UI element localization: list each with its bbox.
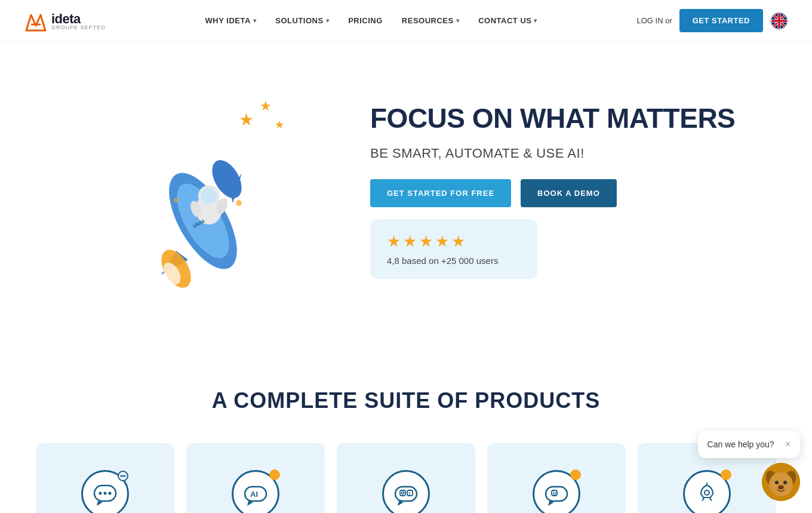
get-started-button[interactable]: GET STARTED (679, 9, 763, 32)
chevron-down-icon: ▾ (456, 17, 460, 24)
chatbot-icon: AI (232, 470, 279, 513)
svg-point-26 (99, 492, 102, 495)
hero-subtitle: BE SMART, AUTOMATE & USE AI! (370, 146, 585, 161)
svg-point-36 (402, 492, 404, 494)
logo[interactable]: ideta GROUPE SEPTEO (24, 9, 106, 33)
star-2: ★ (403, 232, 417, 251)
svg-text:in: in (553, 490, 558, 496)
svg-point-50 (778, 486, 784, 490)
product-card-community[interactable]: f AI Community Manager (337, 443, 475, 513)
svg-point-27 (104, 492, 107, 495)
products-grid: Livechat Start interacting with AI AI Ch… (36, 443, 776, 513)
nav-why-ideta[interactable]: WHY IDETA ▾ (205, 16, 257, 25)
livechat-icon-wrap (78, 467, 132, 513)
linkedin-icon: in (533, 470, 580, 513)
hero-buttons: GET STARTED FOR FREE BOOK A DEMO (370, 179, 617, 207)
livechat-badge (118, 471, 128, 481)
nav-pricing[interactable]: PRICING (348, 16, 383, 25)
svg-point-19 (201, 188, 217, 204)
star-1: ★ (387, 232, 401, 251)
close-icon[interactable]: × (785, 439, 791, 450)
navbar-right: LOG IN or GET STARTED (636, 9, 788, 32)
svg-point-37 (405, 490, 406, 492)
hero-section: ★ ★ ★ ideta (0, 42, 812, 352)
svg-point-49 (783, 481, 787, 484)
svg-text:AI: AI (250, 490, 258, 499)
svg-rect-6 (771, 20, 787, 21)
chevron-down-icon: ▾ (534, 17, 537, 24)
svg-point-30 (122, 475, 124, 477)
svg-text:★: ★ (239, 110, 254, 129)
rating-text: 4,8 based on +25 000 users (387, 256, 521, 266)
star-5: ★ (451, 232, 465, 251)
chat-widget: Can we help you? × (698, 431, 800, 501)
svg-marker-0 (26, 15, 45, 30)
product-card-linkedin[interactable]: in AI Assistant for Linkedin (487, 443, 626, 513)
nav-resources[interactable]: RESOURCES ▾ (402, 16, 459, 25)
svg-point-23 (236, 200, 242, 206)
chevron-down-icon: ▾ (253, 17, 257, 24)
svg-point-47 (769, 472, 793, 496)
svg-point-31 (124, 475, 126, 477)
hero-illustration-area: ★ ★ ★ ideta (48, 90, 346, 293)
livechat-icon (81, 470, 129, 513)
rating-card: ★ ★ ★ ★ ★ 4,8 based on +25 000 users (370, 219, 537, 279)
svg-point-28 (109, 492, 112, 495)
logo-text: ideta (51, 11, 81, 26)
star-4: ★ (435, 232, 449, 251)
navbar: ideta GROUPE SEPTEO WHY IDETA ▾ SOLUTION… (0, 0, 812, 42)
svg-point-48 (775, 481, 779, 484)
logo-subtext: GROUPE SEPTEO (51, 24, 106, 30)
svg-text:f: f (409, 491, 411, 496)
hero-content: FOCUS ON WHAT MATTERS BE SMART, AUTOMATE… (346, 103, 752, 279)
language-selector[interactable] (770, 12, 788, 30)
community-icon: f (382, 470, 430, 513)
svg-rect-34 (395, 487, 417, 501)
star-rating: ★ ★ ★ ★ ★ (387, 232, 521, 251)
chevron-down-icon: ▾ (326, 17, 330, 24)
get-started-free-button[interactable]: GET STARTED FOR FREE (370, 179, 511, 207)
chat-bubble-text: Can we help you? (708, 440, 774, 449)
star-3: ★ (419, 232, 433, 251)
chat-avatar[interactable] (762, 463, 800, 501)
products-title: A COMPLETE SUITE OF PRODUCTS (36, 388, 776, 413)
hero-title: FOCUS ON WHAT MATTERS (370, 103, 735, 134)
linkedin-icon-wrap: in (530, 467, 583, 513)
chat-bubble[interactable]: Can we help you? × (698, 431, 800, 458)
product-card-chatbot[interactable]: AI AI Chatbot Build your own (186, 443, 325, 513)
nav-solutions[interactable]: SOLUTIONS ▾ (275, 16, 329, 25)
book-demo-button[interactable]: BOOK A DEMO (521, 179, 617, 207)
community-icon-wrap: f (379, 467, 433, 513)
login-text[interactable]: LOG IN or (636, 16, 672, 25)
svg-point-29 (121, 475, 122, 477)
svg-text:★: ★ (275, 119, 284, 131)
products-section: A COMPLETE SUITE OF PRODUCTS (0, 352, 812, 513)
svg-point-24 (174, 198, 179, 202)
nav-menu: WHY IDETA ▾ SOLUTIONS ▾ PRICING RESOURCE… (205, 16, 537, 25)
svg-text:★: ★ (260, 99, 272, 113)
hero-illustration: ★ ★ ★ ideta (84, 90, 310, 293)
product-card-livechat[interactable]: Livechat Start interacting with (36, 443, 174, 513)
chatbot-icon-wrap: AI (229, 467, 282, 513)
nav-contact[interactable]: CONTACT US ▾ (478, 16, 537, 25)
